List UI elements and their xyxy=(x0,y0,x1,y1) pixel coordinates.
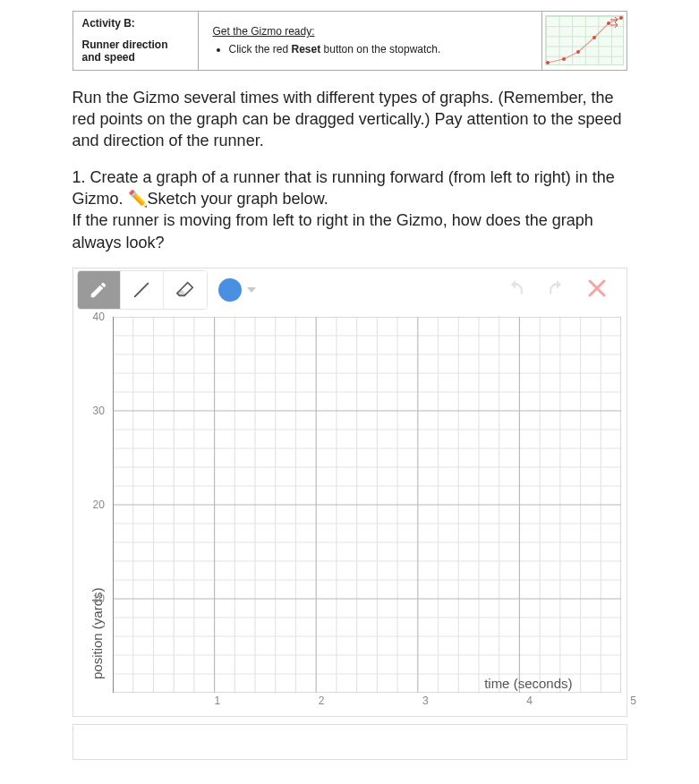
answer-box[interactable] xyxy=(72,724,627,760)
plot-area[interactable]: position (yards) xyxy=(73,311,627,716)
gizmo-ready-cell: Get the Gizmo ready: Click the red Reset… xyxy=(199,12,541,70)
eraser-icon xyxy=(175,280,195,300)
color-dropdown-caret[interactable] xyxy=(247,287,256,293)
close-icon xyxy=(587,278,607,298)
xtick-5: 5 xyxy=(630,695,636,707)
xtick-2: 2 xyxy=(319,695,325,707)
svg-point-0 xyxy=(546,61,550,64)
xtick-3: 3 xyxy=(422,695,429,707)
ytick-20: 20 xyxy=(93,499,105,511)
svg-point-1 xyxy=(562,57,566,61)
pencil-tool-button[interactable] xyxy=(78,271,121,309)
redo-icon xyxy=(546,279,567,297)
svg-point-2 xyxy=(576,50,580,54)
question-1: 1. Create a graph of a runner that is ru… xyxy=(72,166,627,253)
ytick-10: 10 xyxy=(93,592,105,605)
undo-button[interactable] xyxy=(505,279,526,301)
intro-paragraph: Run the Gizmo several times with differe… xyxy=(72,87,627,152)
activity-header: Activity B: Runner direction and speed G… xyxy=(72,11,627,71)
gizmo-ready-item: Click the red Reset button on the stopwa… xyxy=(229,43,533,55)
pencil-icon: ✏️ xyxy=(128,188,148,209)
tool-group xyxy=(77,270,208,310)
ytick-40: 40 xyxy=(93,311,105,323)
activity-label: Activity B: xyxy=(82,17,135,30)
clear-button[interactable] xyxy=(587,278,607,302)
line-icon xyxy=(132,280,151,300)
redo-button[interactable] xyxy=(546,279,567,301)
grid-svg xyxy=(113,317,621,693)
thumbnail-cell xyxy=(541,12,627,70)
line-tool-button[interactable] xyxy=(121,271,164,309)
svg-point-3 xyxy=(592,36,596,39)
undo-icon xyxy=(505,279,526,297)
mini-graph-thumbnail xyxy=(545,15,624,65)
xtick-4: 4 xyxy=(526,695,533,707)
color-swatch-button[interactable] xyxy=(218,278,242,302)
instructions-block: Run the Gizmo several times with differe… xyxy=(72,87,627,253)
activity-title-cell: Activity B: Runner direction and speed xyxy=(73,12,199,70)
ytick-30: 30 xyxy=(93,405,105,417)
gizmo-ready-list: Click the red Reset button on the stopwa… xyxy=(229,43,533,55)
svg-line-12 xyxy=(135,284,149,297)
drawing-toolbar xyxy=(73,268,627,311)
y-axis-label: position (yards) xyxy=(90,319,105,716)
xtick-1: 1 xyxy=(215,695,221,707)
sketch-canvas-panel: position (yards) xyxy=(72,268,627,717)
svg-point-5 xyxy=(619,16,623,20)
gizmo-ready-title: Get the Gizmo ready: xyxy=(213,25,533,38)
activity-subtitle: Runner direction and speed xyxy=(82,38,189,64)
svg-point-4 xyxy=(607,21,610,25)
eraser-tool-button[interactable] xyxy=(164,271,207,309)
x-axis-label: time (seconds) xyxy=(484,676,572,691)
pencil-icon xyxy=(89,280,108,300)
toolbar-right-group xyxy=(505,278,607,302)
